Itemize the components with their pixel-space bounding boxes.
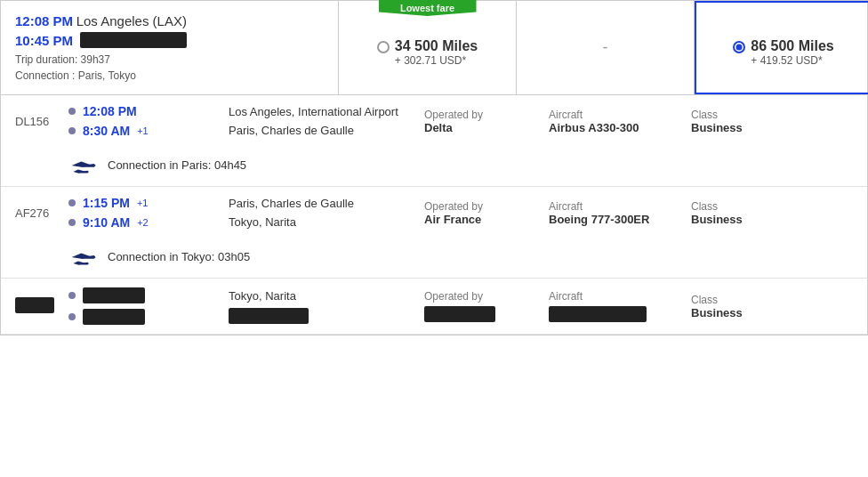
seg3-class-label: Class bbox=[691, 294, 853, 306]
seg3-class-value: Business bbox=[691, 306, 853, 319]
arrive-time-row: 10:45 PM bbox=[15, 32, 187, 48]
seg2-aircraft-label: Aircraft bbox=[549, 200, 691, 213]
seg1-aircraft-value: Airbus A330-300 bbox=[549, 121, 691, 134]
seg1-depart-airport: Los Angeles, International Airport bbox=[229, 105, 424, 118]
segment-3-row: Tokyo, Narita Operated by Aircraft Class… bbox=[1, 279, 867, 334]
segment-3-operated: Operated by bbox=[424, 290, 549, 322]
connection-2: Connection in Tokyo: 03h05 bbox=[1, 238, 867, 278]
connection-2-text: Connection in Tokyo: 03h05 bbox=[108, 250, 250, 263]
flight-code-1: DL156 bbox=[15, 115, 68, 128]
redacted-depart-time bbox=[83, 287, 145, 303]
segment-1-times: 12:08 PM 8:30 AM +1 bbox=[68, 104, 229, 138]
segment-2-airports: Paris, Charles de Gaulle Tokyo, Narita bbox=[229, 197, 424, 229]
fare-3-details: 86 500 Miles + 419.52 USD* bbox=[751, 38, 833, 67]
fare-option-3[interactable]: 86 500 Miles + 419.52 USD* bbox=[695, 1, 868, 94]
summary-row: 12:08 PM Los Angeles (LAX) 10:45 PM Trip… bbox=[1, 1, 867, 95]
fare-1-content: 34 500 Miles + 302.71 USD* bbox=[377, 38, 478, 67]
segment-2: AF276 1:15 PM +1 9:10 AM +2 Paris, Charl… bbox=[1, 187, 867, 279]
segment-1-aircraft: Aircraft Airbus A330-300 bbox=[549, 109, 691, 134]
trip-duration: Trip duration: 39h37 bbox=[15, 53, 324, 66]
redacted-arrive-info bbox=[80, 32, 187, 48]
times-block: 12:08 PM Los Angeles (LAX) 10:45 PM bbox=[15, 13, 324, 48]
segment-2-class: Class Business bbox=[691, 200, 853, 226]
seg1-operated-value: Delta bbox=[424, 121, 549, 134]
connection-cities: Connection : Paris, Tokyo bbox=[15, 69, 324, 82]
seg2-arrive-airport: Tokyo, Narita bbox=[229, 215, 424, 229]
seg1-arrive-airport: Paris, Charles de Gaulle bbox=[229, 124, 424, 137]
segment-2-aircraft: Aircraft Boeing 777-300ER bbox=[549, 200, 691, 226]
seg1-arrive-day: +1 bbox=[137, 125, 149, 136]
fare-3-miles: 86 500 Miles bbox=[751, 38, 833, 54]
fare-1-radio[interactable] bbox=[377, 41, 390, 53]
seg1-depart-time: 12:08 PM bbox=[83, 104, 137, 118]
seg2-operated-label: Operated by bbox=[424, 200, 549, 213]
fare-2-dash: - bbox=[517, 38, 694, 57]
seg3-aircraft-label: Aircraft bbox=[549, 290, 691, 303]
segment-2-operated: Operated by Air France bbox=[424, 200, 549, 226]
lowest-fare-badge: Lowest fare bbox=[379, 0, 477, 16]
segment-3-times bbox=[68, 287, 229, 325]
dot-arrive-3 bbox=[68, 313, 76, 320]
depart-dot-2: 1:15 PM +1 bbox=[68, 196, 229, 210]
redacted-aircraft-value bbox=[549, 306, 647, 322]
depart-dot-1: 12:08 PM bbox=[68, 104, 229, 118]
fare-option-2[interactable]: - bbox=[517, 1, 695, 94]
fare-option-1[interactable]: Lowest fare 34 500 Miles + 302.71 USD* bbox=[339, 1, 517, 94]
seg1-class-label: Class bbox=[691, 109, 853, 121]
fare-1-details: 34 500 Miles + 302.71 USD* bbox=[395, 38, 478, 67]
segment-2-row: AF276 1:15 PM +1 9:10 AM +2 Paris, Charl… bbox=[1, 187, 867, 238]
arrive-dot-2: 9:10 AM +2 bbox=[68, 215, 229, 230]
redacted-operated-value bbox=[424, 306, 495, 322]
depart-time: 12:08 PM Los Angeles (LAX) bbox=[15, 13, 187, 28]
seg3-depart-airport: Tokyo, Narita bbox=[229, 289, 424, 303]
depart-dot-3 bbox=[68, 287, 229, 303]
arrive-time-value: 10:45 PM bbox=[15, 33, 73, 48]
dot-arrive-1 bbox=[68, 127, 76, 134]
arrive-dot-3 bbox=[68, 309, 229, 325]
seg2-operated-value: Air France bbox=[424, 213, 549, 226]
segment-3-class: Class Business bbox=[691, 294, 853, 319]
seg2-depart-day: +1 bbox=[137, 198, 149, 208]
redacted-flight-code bbox=[15, 297, 54, 313]
segment-1-airports: Los Angeles, International Airport Paris… bbox=[229, 105, 424, 137]
redacted-arrive-time bbox=[83, 309, 145, 325]
seg3-operated-label: Operated by bbox=[424, 290, 549, 303]
fare-3-usd: + 419.52 USD* bbox=[751, 54, 833, 67]
seg2-arrive-day: +2 bbox=[137, 217, 149, 228]
dot-arrive-2 bbox=[68, 219, 76, 226]
segment-1: DL156 12:08 PM 8:30 AM +1 Los Angeles, I… bbox=[1, 95, 867, 187]
flight-code-2: AF276 bbox=[15, 206, 68, 220]
segment-1-row: DL156 12:08 PM 8:30 AM +1 Los Angeles, I… bbox=[1, 95, 867, 147]
fare-3-radio[interactable] bbox=[733, 41, 745, 53]
seg2-depart-time: 1:15 PM bbox=[83, 196, 130, 210]
segment-3: Tokyo, Narita Operated by Aircraft Class… bbox=[1, 279, 867, 335]
segment-3-airports: Tokyo, Narita bbox=[229, 289, 424, 324]
segment-2-times: 1:15 PM +1 9:10 AM +2 bbox=[68, 196, 229, 230]
segment-3-aircraft: Aircraft bbox=[549, 290, 691, 322]
redacted-arrive-airport bbox=[229, 308, 309, 324]
seg2-depart-airport: Paris, Charles de Gaulle bbox=[229, 197, 424, 210]
dot-depart-2 bbox=[68, 199, 76, 206]
dot-depart-3 bbox=[68, 292, 76, 299]
flight-code-3 bbox=[15, 297, 68, 316]
seg1-aircraft-label: Aircraft bbox=[549, 109, 691, 121]
seg1-arrive-time: 8:30 AM bbox=[83, 124, 130, 138]
connection-1-text: Connection in Paris: 04h45 bbox=[108, 158, 246, 172]
depart-arrive-times: 12:08 PM Los Angeles (LAX) 10:45 PM bbox=[15, 13, 187, 48]
fare-1-usd: + 302.71 USD* bbox=[395, 54, 478, 67]
fare-3-content: 86 500 Miles + 419.52 USD* bbox=[733, 38, 833, 67]
seg2-class-label: Class bbox=[691, 200, 853, 213]
plane-icon-1 bbox=[68, 152, 100, 177]
seg1-class-value: Business bbox=[691, 121, 853, 134]
fare-1-miles: 34 500 Miles bbox=[395, 38, 478, 54]
connection-1: Connection in Paris: 04h45 bbox=[1, 147, 867, 186]
seg2-aircraft-value: Boeing 777-300ER bbox=[549, 213, 691, 226]
arrive-dot-1: 8:30 AM +1 bbox=[68, 124, 229, 138]
flight-summary-info: 12:08 PM Los Angeles (LAX) 10:45 PM Trip… bbox=[1, 1, 339, 94]
seg2-arrive-time: 9:10 AM bbox=[83, 215, 130, 230]
segment-1-operated: Operated by Delta bbox=[424, 109, 549, 134]
seg2-class-value: Business bbox=[691, 213, 853, 226]
dot-depart-1 bbox=[68, 108, 76, 115]
depart-time-value: 12:08 PM bbox=[15, 13, 73, 28]
seg1-operated-label: Operated by bbox=[424, 109, 549, 121]
